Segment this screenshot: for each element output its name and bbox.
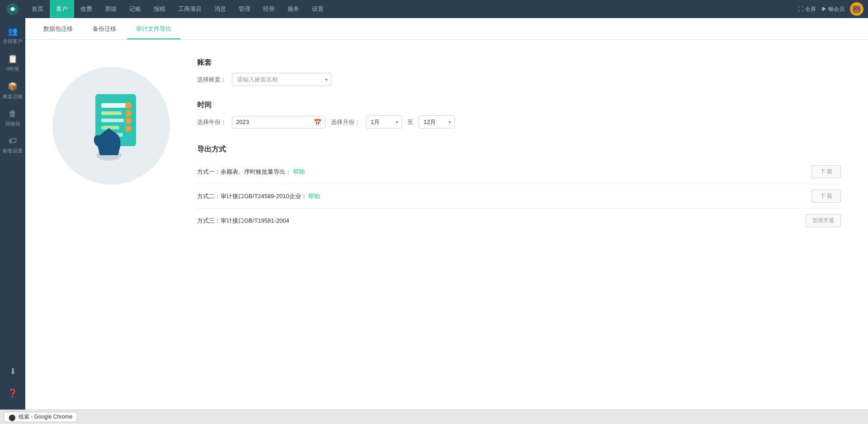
all-customers-icon: 👥: [8, 26, 18, 36]
fullscreen-button[interactable]: ⛶ 全屏: [798, 5, 816, 13]
method3-label: 方式三：审计接口GB/T19581-2004: [197, 217, 289, 225]
account-section-title: 账套: [197, 58, 841, 67]
sidebar-item-label-settings[interactable]: 🏷 标签设置: [0, 132, 25, 159]
month-label: 选择月份：: [331, 118, 360, 126]
method2-download-button[interactable]: 下 载: [811, 190, 841, 203]
method3-open-button[interactable]: 暂缓开通: [806, 214, 841, 227]
nav-billing[interactable]: 收费: [74, 0, 99, 18]
account-select[interactable]: 请输入账套名称: [232, 73, 331, 86]
export-method-1: 方式一：余额表、序时账批量导出： 帮助 下 载: [197, 160, 841, 184]
taskbar-item-label: 线索 - Google Chrome: [19, 413, 72, 421]
avatar[interactable]: 🐻: [850, 2, 863, 16]
method1-download-button[interactable]: 下 载: [811, 165, 841, 178]
recycle-icon: 🗑: [9, 109, 17, 119]
nav-bookkeeping[interactable]: 记账: [123, 0, 147, 18]
time-section-title: 时间: [197, 100, 841, 110]
export-method-2: 方式二：审计接口GB/T24589-2010企业： 帮助 下 载: [197, 184, 841, 209]
sidebar-item-label: 回收站: [5, 120, 20, 127]
chrome-icon: ⬤: [9, 414, 16, 421]
export-section: 导出方式 方式一：余额表、序时账批量导出： 帮助 下 载 方式二：审计接口GB/…: [197, 145, 841, 233]
top-navigation: 首页 客户 收费 票据 记账 报税 工商项目 消息 管理 经营 服务 设置 ⛶ …: [0, 0, 868, 18]
illustration-area: [52, 58, 170, 391]
form-area: 账套 选择账套： 请输入账套名称 时间 选择年份：: [197, 58, 841, 391]
nav-message[interactable]: 消息: [208, 0, 232, 18]
tab-backup-migration[interactable]: 备份迁移: [84, 19, 125, 39]
svg-rect-13: [100, 144, 118, 155]
svg-point-11: [125, 125, 132, 132]
top-nav-right: ⛶ 全屏 ▶ 畅会员 🐻: [798, 2, 863, 16]
year-label: 选择年份：: [197, 118, 226, 126]
nav-operation[interactable]: 经营: [257, 0, 281, 18]
sidebar-item-label: 0申报: [6, 66, 19, 72]
month-start-wrapper: 1月 2月3月4月 5月6月7月 8月9月10月 11月12月: [366, 115, 402, 129]
main-content: 数据包迁移 备份迁移 审计文件导出: [25, 18, 868, 410]
nav-settings[interactable]: 设置: [306, 0, 330, 18]
nav-invoice[interactable]: 票据: [99, 0, 123, 18]
svg-rect-3: [101, 103, 126, 108]
year-input-wrapper[interactable]: 2023 📅: [232, 116, 326, 129]
method1-label: 方式一：余额表、序时账批量导出： 帮助: [197, 168, 305, 176]
page-body: 账套 选择账套： 请输入账套名称 时间 选择年份：: [25, 40, 868, 410]
sidebar-item-label: 账套迁移: [3, 93, 23, 100]
time-section: 时间 选择年份： 2023 📅 选择月份： 1月 2月3月4月 5月: [197, 100, 841, 132]
nav-service[interactable]: 服务: [281, 0, 306, 18]
sidebar-item-label: 标签设置: [3, 148, 23, 154]
label-icon: 🏷: [9, 136, 17, 146]
declare-icon: 📋: [8, 54, 18, 64]
account-label: 选择账套：: [197, 76, 226, 84]
svg-point-10: [125, 118, 132, 124]
nav-business[interactable]: 工商项目: [172, 0, 208, 18]
nav-tax[interactable]: 报税: [147, 0, 172, 18]
tabs-bar: 数据包迁移 备份迁移 审计文件导出: [25, 18, 868, 40]
migration-icon: 📦: [8, 81, 18, 91]
illustration-circle: [52, 67, 170, 185]
export-section-title: 导出方式: [197, 145, 841, 154]
method1-help-link[interactable]: 帮助: [293, 168, 305, 175]
range-separator: 至: [407, 118, 413, 126]
nav-home[interactable]: 首页: [25, 0, 50, 18]
sidebar-bottom: ⬇ ❓: [0, 362, 25, 410]
account-row: 选择账套： 请输入账套名称: [197, 73, 841, 86]
layout: 👥 全部客户 📋 0申报 📦 账套迁移 🗑 回收站 🏷 标签设置 ⬇ ❓ 数据包…: [0, 18, 868, 410]
tab-data-migration[interactable]: 数据包迁移: [34, 19, 82, 39]
sidebar-item-recycle[interactable]: 🗑 回收站: [0, 105, 25, 132]
svg-rect-4: [101, 111, 122, 115]
vip-button[interactable]: ▶ 畅会员: [821, 5, 844, 13]
illustration-svg: [75, 81, 147, 171]
method2-help-link[interactable]: 帮助: [308, 193, 320, 200]
sidebar-download-icon[interactable]: ⬇: [0, 362, 25, 381]
svg-rect-5: [101, 119, 124, 122]
tab-audit-export[interactable]: 审计文件导出: [127, 19, 180, 39]
sidebar-item-label: 全部客户: [3, 38, 23, 45]
account-section: 账套 选择账套： 请输入账套名称: [197, 58, 841, 90]
svg-point-8: [125, 102, 132, 109]
sidebar-item-zero-declare[interactable]: 📋 0申报: [0, 49, 25, 77]
nav-manage[interactable]: 管理: [232, 0, 257, 18]
sidebar-item-all-customers[interactable]: 👥 全部客户: [0, 22, 25, 49]
logo[interactable]: [5, 1, 21, 17]
svg-rect-6: [101, 126, 119, 129]
method2-label: 方式二：审计接口GB/T24589-2010企业： 帮助: [197, 192, 320, 200]
taskbar-chrome-item[interactable]: ⬤ 线索 - Google Chrome: [4, 412, 77, 422]
month-end-wrapper: 1月2月3月4月 5月6月7月 8月9月10月 11月12月: [419, 115, 455, 129]
month-start-select[interactable]: 1月 2月3月4月 5月6月7月 8月9月10月 11月12月: [366, 115, 402, 129]
sidebar-item-account-migration[interactable]: 📦 账套迁移: [0, 77, 25, 105]
month-end-select[interactable]: 1月2月3月4月 5月6月7月 8月9月10月 11月12月: [419, 115, 455, 129]
time-row: 选择年份： 2023 📅 选择月份： 1月 2月3月4月 5月6月7月 8月9月…: [197, 115, 841, 129]
svg-point-9: [125, 110, 132, 116]
account-select-wrapper: 请输入账套名称: [232, 73, 331, 86]
sidebar: 👥 全部客户 📋 0申报 📦 账套迁移 🗑 回收站 🏷 标签设置 ⬇ ❓: [0, 18, 25, 410]
sidebar-help-icon[interactable]: ❓: [0, 384, 25, 402]
nav-items: 首页 客户 收费 票据 记账 报税 工商项目 消息 管理 经营 服务 设置: [25, 0, 798, 18]
svg-point-1: [11, 7, 14, 11]
export-method-3: 方式三：审计接口GB/T19581-2004 暂缓开通: [197, 209, 841, 233]
calendar-icon: 📅: [314, 119, 321, 126]
taskbar: ⬤ 线索 - Google Chrome: [0, 410, 868, 424]
nav-customers[interactable]: 客户: [50, 0, 74, 18]
year-input[interactable]: 2023: [236, 119, 312, 125]
